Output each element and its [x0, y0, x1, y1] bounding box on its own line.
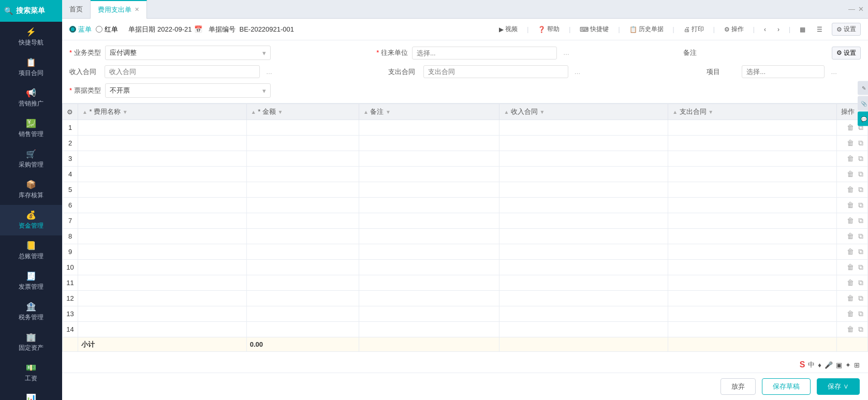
col-amount-header[interactable]: ▲ * 金额 ▼ — [246, 104, 359, 120]
col-note-header[interactable]: ▲ 备注 ▼ — [359, 104, 499, 120]
row-note[interactable] — [359, 182, 499, 198]
sidebar-item-capital[interactable]: 💰 资金管理 — [0, 205, 62, 235]
row-note[interactable] — [359, 275, 499, 291]
row-income-contract[interactable] — [499, 213, 668, 229]
expense-contract-input[interactable] — [423, 65, 568, 78]
calendar-icon[interactable]: 📅 — [194, 25, 202, 33]
sidebar-item-invoice[interactable]: 🧾 发票管理 — [0, 266, 62, 297]
row-income-contract[interactable] — [499, 322, 668, 337]
row-amount[interactable] — [246, 244, 359, 260]
row-note[interactable] — [359, 244, 499, 260]
row-amount[interactable] — [246, 260, 359, 275]
row-income-contract[interactable] — [499, 229, 668, 244]
blue-bill-radio[interactable]: 蓝单 — [69, 25, 92, 34]
copy-row-btn[interactable]: ⧉ — [857, 200, 864, 211]
row-name[interactable] — [78, 151, 247, 167]
list-view-btn[interactable]: ☰ — [815, 25, 825, 34]
row-income-contract[interactable] — [499, 167, 668, 182]
biz-type-select[interactable]: 应付调整 ▾ — [105, 46, 271, 60]
row-name[interactable] — [78, 291, 247, 306]
blue-bill-input[interactable] — [69, 26, 76, 33]
invoice-type-select[interactable]: 不开票 ▾ — [105, 83, 271, 98]
row-name[interactable] — [78, 136, 247, 151]
row-note[interactable] — [359, 322, 499, 337]
row-expense-contract[interactable] — [668, 260, 837, 275]
row-amount[interactable] — [246, 213, 359, 229]
row-expense-contract[interactable] — [668, 229, 837, 244]
row-expense-contract[interactable] — [668, 167, 837, 182]
delete-row-btn[interactable]: 🗑 — [846, 262, 855, 272]
edge-tab-3[interactable]: 💬 — [858, 112, 868, 126]
set-button[interactable]: ⚙ 设置 — [832, 23, 861, 36]
row-income-contract[interactable] — [499, 182, 668, 198]
tool-icon-5[interactable]: ✦ — [845, 361, 851, 369]
row-income-contract[interactable] — [499, 244, 668, 260]
row-expense-contract[interactable] — [668, 291, 837, 306]
tool-icon-6[interactable]: ⊞ — [854, 361, 860, 369]
sidebar-item-payroll[interactable]: 💵 工资 — [0, 358, 62, 388]
delete-row-btn[interactable]: 🗑 — [846, 231, 855, 241]
row-income-contract[interactable] — [499, 120, 668, 136]
row-amount[interactable] — [246, 322, 359, 337]
delete-row-btn[interactable]: 🗑 — [846, 184, 855, 195]
next-btn[interactable]: › — [775, 25, 782, 34]
print-btn[interactable]: 🖨 打印 — [682, 24, 706, 35]
row-name[interactable] — [78, 198, 247, 213]
delete-row-btn[interactable]: 🗑 — [846, 153, 855, 164]
edge-tab-2[interactable]: 📎 — [858, 96, 868, 111]
delete-row-btn[interactable]: 🗑 — [846, 200, 855, 210]
sidebar-item-assets[interactable]: 🏢 固定资产 — [0, 327, 62, 358]
tool-icon-1[interactable]: 中 — [808, 360, 815, 369]
row-expense-contract[interactable] — [668, 244, 837, 260]
window-minimize-icon[interactable]: — — [848, 5, 855, 13]
sidebar-item-project[interactable]: 📋 项目合同 — [0, 52, 62, 83]
red-bill-input[interactable] — [96, 26, 102, 33]
row-note[interactable] — [359, 120, 499, 136]
ops-btn[interactable]: ⚙ 操作 — [722, 24, 746, 35]
shortcut-btn[interactable]: ⌨ 快捷键 — [578, 24, 611, 35]
sidebar-item-inventory[interactable]: 📦 库存核算 — [0, 174, 62, 205]
row-amount[interactable] — [246, 198, 359, 213]
set-button-right[interactable]: ⚙ 设置 — [832, 47, 861, 60]
row-note[interactable] — [359, 229, 499, 244]
edge-tab-1[interactable]: ✎ — [858, 81, 868, 95]
row-amount[interactable] — [246, 306, 359, 322]
sidebar-item-marketing[interactable]: 📢 营销推广 — [0, 83, 62, 113]
delete-row-btn[interactable]: 🗑 — [846, 277, 855, 288]
row-note[interactable] — [359, 198, 499, 213]
copy-row-btn[interactable]: ⧉ — [857, 324, 864, 335]
grid-view-btn[interactable]: ▦ — [798, 25, 807, 34]
delete-row-btn[interactable]: 🗑 — [846, 138, 855, 148]
row-expense-contract[interactable] — [668, 151, 837, 167]
sidebar-item-sales[interactable]: 💹 销售管理 — [0, 113, 62, 144]
row-note[interactable] — [359, 151, 499, 167]
copy-row-btn[interactable]: ⧉ — [857, 169, 864, 180]
row-note[interactable] — [359, 136, 499, 151]
sidebar-item-purchase[interactable]: 🛒 采购管理 — [0, 144, 62, 174]
copy-row-btn[interactable]: ⧉ — [857, 184, 864, 195]
row-amount[interactable] — [246, 275, 359, 291]
col-expense-header[interactable]: ▲ 支出合同 ▼ — [668, 104, 837, 120]
tool-icon-3[interactable]: 🎤 — [825, 361, 833, 369]
row-name[interactable] — [78, 244, 247, 260]
row-name[interactable] — [78, 275, 247, 291]
row-amount[interactable] — [246, 151, 359, 167]
delete-row-btn[interactable]: 🗑 — [846, 308, 855, 319]
row-note[interactable] — [359, 306, 499, 322]
tab-close-icon[interactable]: ✕ — [135, 6, 139, 13]
row-name[interactable] — [78, 120, 247, 136]
counterpart-dots[interactable]: … — [561, 49, 571, 56]
row-amount[interactable] — [246, 120, 359, 136]
row-name[interactable] — [78, 167, 247, 182]
row-expense-contract[interactable] — [668, 182, 837, 198]
row-note[interactable] — [359, 167, 499, 182]
row-name[interactable] — [78, 306, 247, 322]
income-contract-input[interactable] — [105, 65, 260, 78]
row-name[interactable] — [78, 260, 247, 275]
delete-row-btn[interactable]: 🗑 — [846, 122, 855, 132]
row-note[interactable] — [359, 291, 499, 306]
video-btn[interactable]: ▶ 视频 — [497, 24, 520, 35]
sidebar-item-ledger[interactable]: 📒 总账管理 — [0, 235, 62, 266]
save-draft-button[interactable]: 保存草稿 — [762, 378, 811, 395]
row-income-contract[interactable] — [499, 291, 668, 306]
